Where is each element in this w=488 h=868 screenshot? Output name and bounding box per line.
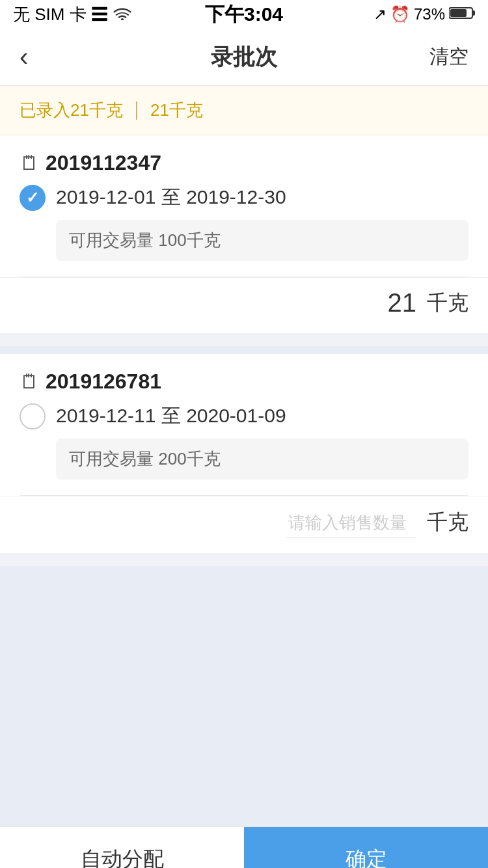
location-icon: ↗ — [373, 5, 386, 23]
empty-area — [0, 566, 488, 826]
auto-distribute-button[interactable]: 自动分配 — [0, 827, 244, 868]
info-bar: 已录入21千克 21千克 — [0, 86, 488, 135]
svg-rect-2 — [472, 10, 475, 16]
batch2-date-row[interactable]: 2019-12-11 至 2020-01-09 — [20, 403, 468, 429]
batch2-id-text: 2019126781 — [46, 370, 161, 394]
batch2-id-icon: 🗒 — [20, 371, 39, 393]
recorded-amount-value: 21千克 — [150, 99, 203, 122]
svg-rect-3 — [450, 9, 467, 17]
batch-item-2: 🗒 2019126781 2019-12-11 至 2020-01-09 可用交… — [0, 354, 488, 553]
nav-title: 录批次 — [211, 42, 277, 72]
confirm-button[interactable]: 确定 — [244, 827, 488, 868]
batch1-date-text: 2019-12-01 至 2019-12-30 — [56, 184, 286, 211]
info-divider — [136, 102, 137, 120]
batch1-quantity-value: 21 — [388, 288, 417, 318]
batch2-id-row: 🗒 2019126781 — [20, 370, 468, 394]
alarm-icon: ⏰ — [390, 5, 410, 23]
batch2-radio[interactable] — [20, 403, 46, 429]
batch1-id-row: 🗒 2019112347 — [20, 151, 468, 175]
batch1-radio[interactable] — [20, 185, 46, 211]
recorded-amount-label: 已录入21千克 — [20, 99, 123, 122]
section-separator — [0, 346, 488, 354]
status-bar: 无 SIM 卡 ☰ 下午3:04 ↗ ⏰ 73% — [0, 0, 488, 29]
batch1-id-text: 2019112347 — [46, 151, 161, 175]
svg-point-0 — [121, 18, 124, 20]
status-right: ↗ ⏰ 73% — [373, 5, 475, 23]
batch1-date-row[interactable]: 2019-12-01 至 2019-12-30 — [20, 184, 468, 211]
batch2-quantity-unit: 千克 — [427, 508, 468, 537]
batch2-quantity-row[interactable]: 千克 — [0, 496, 488, 553]
batch1-capacity: 可用交易量 100千克 — [56, 220, 468, 261]
batch2-quantity-input[interactable] — [286, 507, 416, 537]
bottom-bar: 自动分配 确定 — [0, 826, 488, 868]
battery-text: 73% — [414, 5, 445, 23]
batch2-capacity: 可用交易量 200千克 — [56, 439, 468, 480]
batch1-id-icon: 🗒 — [20, 152, 39, 174]
nav-bar: ‹ 录批次 清空 — [0, 29, 488, 86]
battery-icon — [449, 5, 475, 23]
batch1-quantity-unit: 千克 — [427, 289, 468, 318]
clear-button[interactable]: 清空 — [429, 44, 468, 70]
wifi-icon — [113, 5, 131, 25]
back-button[interactable]: ‹ — [20, 42, 59, 72]
batch1-quantity-row: 21 千克 — [0, 277, 488, 333]
sim-text: 无 SIM 卡 ☰ — [13, 3, 108, 26]
batch-item-1: 🗒 2019112347 2019-12-01 至 2019-12-30 可用交… — [0, 135, 488, 333]
status-left: 无 SIM 卡 ☰ — [13, 3, 131, 26]
status-time: 下午3:04 — [205, 1, 283, 28]
batch2-date-text: 2019-12-11 至 2020-01-09 — [56, 403, 286, 429]
